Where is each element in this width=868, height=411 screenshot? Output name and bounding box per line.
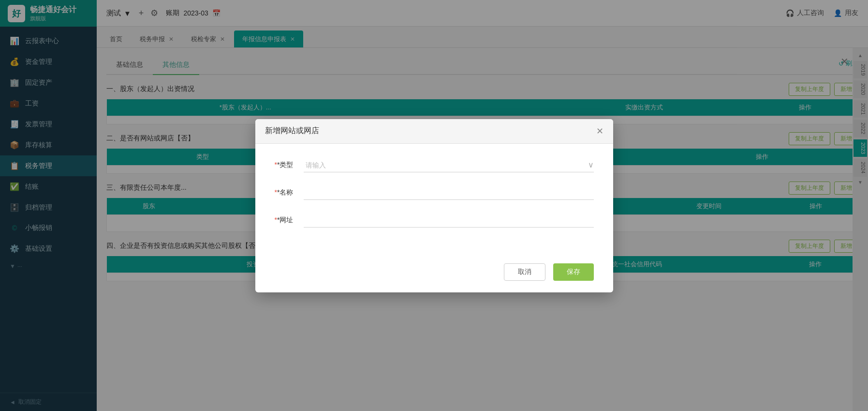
dialog-footer: 取消 保存 (255, 256, 613, 292)
name-input[interactable] (304, 186, 594, 199)
type-label: **类型 (275, 161, 304, 169)
name-input-wrap (304, 186, 594, 200)
form-row-url: **网址 (275, 213, 594, 228)
url-input-wrap (304, 213, 594, 228)
dialog-body: **类型 ∨ **名称 **网址 (255, 144, 613, 256)
dialog-header: 新增网站或网店 ✕ (255, 119, 613, 144)
type-dropdown-icon[interactable]: ∨ (588, 160, 594, 169)
add-website-dialog: 新增网站或网店 ✕ **类型 ∨ **名称 (255, 119, 613, 292)
form-row-type: **类型 ∨ (275, 158, 594, 172)
modal-overlay: 新增网站或网店 ✕ **类型 ∨ **名称 (0, 0, 868, 411)
name-label: **名称 (275, 188, 304, 197)
url-label: **网址 (275, 216, 304, 225)
type-input-wrap: ∨ (304, 158, 594, 172)
dialog-close-button[interactable]: ✕ (596, 126, 603, 137)
form-row-name: **名称 (275, 186, 594, 200)
url-input[interactable] (304, 213, 594, 227)
save-button[interactable]: 保存 (553, 263, 594, 281)
dialog-title: 新增网站或网店 (265, 126, 319, 136)
type-input[interactable] (304, 158, 588, 172)
cancel-button[interactable]: 取消 (504, 263, 545, 281)
